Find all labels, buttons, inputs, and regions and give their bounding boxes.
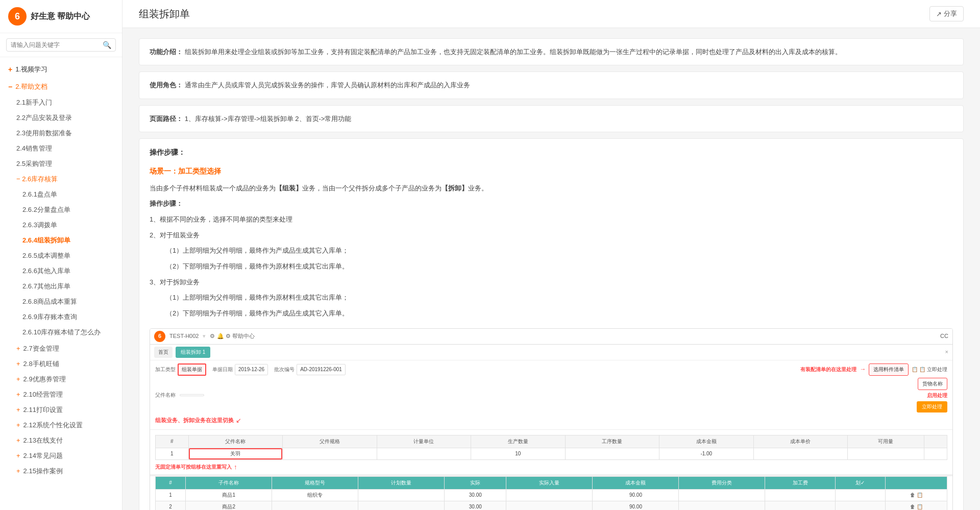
sidebar-item-sales[interactable]: 2.4销售管理 — [0, 141, 122, 156]
ss-process-btn: 立即处理 — [917, 401, 947, 412]
ss-sub-th-actual: 实际 — [445, 476, 506, 489]
ss-sub-td-fee2 — [765, 501, 835, 510]
sidebar-item-s7[interactable]: 2.6.7其他出库单 — [0, 279, 122, 294]
search-box: 🔍 — [6, 38, 116, 52]
sidebar-item-system[interactable]: +2.12系统个性化设置 — [0, 418, 122, 433]
path-block: 页面路径： 1、库存核算->库存管理->组装拆卸单 2、首页->常用功能 — [139, 105, 964, 132]
ss-td-spec — [283, 448, 377, 460]
ss-logo-icon: 6 — [154, 331, 165, 342]
sidebar-item-docs[interactable]: − 2.帮助文档 — [0, 79, 122, 95]
sidebar-item-coupon[interactable]: +2.9优惠券管理 — [0, 372, 122, 387]
ss-td-costprice — [753, 448, 847, 460]
role-label: 使用角色： — [150, 81, 183, 89]
ss-annotation-area3: 货物名称 启用处理 立即处理 — [917, 378, 947, 412]
ss-upper-table-area: # 父件名称 父件规格 计量单位 生产数量 工序数量 成本金额 成本单价 可用量 — [150, 430, 952, 460]
table-row: 1 关羽 10 -1.00 — [156, 448, 947, 460]
logo-icon: 6 — [8, 7, 27, 26]
ss-td-procqty — [565, 448, 659, 460]
ss-sub-td-cost2: 90.00 — [593, 501, 679, 510]
ss-th-ops — [924, 435, 947, 448]
ss-arrow4: ↑ — [234, 461, 237, 473]
logo-char: 6 — [15, 11, 20, 22]
ss-annotation3-text: 启用处理 — [927, 391, 947, 400]
ss-type-group: 加工类型 组装单据 — [155, 363, 206, 376]
nav-area: + 1.视频学习 − 2.帮助文档 2.1新手入门 2.2产品安装及登录 2.3… — [0, 57, 122, 510]
ss-th-proc-qty: 工序数量 — [565, 435, 659, 448]
step2: 2、对于组装业务 — [150, 229, 953, 242]
ss-batch-group: 批次编号 AD-20191226-001 — [274, 364, 346, 375]
screenshot-container: 6 TEST-H002 ▾ ⚙ 🔔 ⚙ 帮助中心 CC 首页 组装拆卸 1 × — [150, 328, 953, 510]
path-label: 页面路径： — [150, 115, 183, 123]
ss-td-unit — [377, 448, 471, 460]
main-content: 组装拆卸单 ↗ 分享 功能介绍： 组装拆卸单用来处理企业组装或拆卸等加工业务，支… — [122, 0, 980, 510]
content-area: 功能介绍： 组装拆卸单用来处理企业组装或拆卸等加工业务，支持有固定装配清单的产品… — [122, 28, 980, 510]
ss-tab-home: 首页 — [154, 347, 173, 358]
sidebar-item-cases[interactable]: +2.15操作案例 — [0, 464, 122, 479]
ss-sub-th-plan: 计划数量 — [358, 476, 445, 489]
sidebar-item-print[interactable]: +2.11打印设置 — [0, 402, 122, 418]
nav-section-video: + 1.视频学习 — [0, 61, 122, 78]
sidebar-item-s1[interactable]: 2.6.1盘点单 — [0, 187, 122, 202]
sidebar-item-pay[interactable]: +2.13在线支付 — [0, 433, 122, 448]
sidebar-item-newbie[interactable]: 2.1新手入门 — [0, 95, 122, 110]
ss-upper-table: # 父件名称 父件规格 计量单位 生产数量 工序数量 成本金额 成本单价 可用量 — [155, 435, 947, 460]
sidebar-item-s4[interactable]: 2.6.4组装拆卸单 — [0, 233, 122, 248]
steps-block: 操作步骤： 场景一：加工类型选择 当由多个子件材料组装成一个成品的业务为【组装】… — [139, 138, 964, 510]
ss-company: TEST-H002 — [169, 331, 199, 342]
ss-tabs: 首页 组装拆卸 1 × — [150, 345, 952, 360]
sidebar-item-label: 1.视频学习 — [15, 65, 47, 74]
sidebar-item-s8[interactable]: 2.6.8商品成本重算 — [0, 294, 122, 309]
path-text: 1、库存核算->库存管理->组装拆卸单 2、首页->常用功能 — [185, 115, 352, 123]
sidebar-item-video[interactable]: + 1.视频学习 — [0, 61, 122, 78]
sidebar-item-stock[interactable]: − 2.6库存核算 — [0, 172, 122, 187]
ss-tab-active: 组装拆卸 1 — [176, 347, 210, 358]
ss-sub-td-chk1 — [835, 489, 886, 501]
scene1-desc: 当由多个子件材料组装成一个成品的业务为【组装】业务，当由一个父件拆分成多个子产品… — [150, 182, 953, 195]
sidebar-item-mobile[interactable]: +2.8手机旺铺 — [0, 356, 122, 372]
ss-sub-th-actual-in: 实际入量 — [506, 476, 593, 489]
ss-sub-td-2: 2 — [156, 501, 186, 510]
share-label: 分享 — [944, 9, 957, 18]
ss-sub-th-spec: 规格型号 — [272, 476, 358, 489]
sidebar-item-s6[interactable]: 2.6.6其他入库单 — [0, 263, 122, 279]
ss-arrow2: ↙ — [236, 415, 241, 426]
ss-sub-td-name1: 商品1 — [186, 489, 272, 501]
ss-user: CC — [940, 331, 948, 342]
ss-sub-td-cat2 — [679, 501, 765, 510]
ss-topbar: 6 TEST-H002 ▾ ⚙ 🔔 ⚙ 帮助中心 CC — [150, 329, 952, 345]
sidebar-item-ops[interactable]: +2.10经营管理 — [0, 387, 122, 402]
ss-status-icons: ⚙ 🔔 ⚙ 帮助中心 — [210, 331, 254, 342]
ss-sub-th-check: 划✓ — [835, 476, 886, 489]
search-input[interactable] — [11, 41, 103, 48]
ss-th-cost-amt: 成本金额 — [659, 435, 753, 448]
sidebar-item-s3[interactable]: 2.6.3调拨单 — [0, 217, 122, 233]
step3: 3、对于拆卸业务 — [150, 276, 953, 289]
share-button[interactable]: ↗ 分享 — [929, 6, 964, 21]
sidebar-item-s9[interactable]: 2.6.9库存账本查询 — [0, 309, 122, 325]
search-icon[interactable]: 🔍 — [103, 41, 111, 49]
sidebar-item-s10[interactable]: 2.6.10库存账本错了怎么办 — [0, 325, 122, 340]
ss-sub-td-actual1: 30.00 — [445, 489, 506, 501]
ss-sub-th-cost: 成本金额 — [593, 476, 679, 489]
ss-annotation2-area: 组装业务、拆卸业务在这里切换 ↙ — [155, 415, 947, 426]
ss-sub-td-cat1 — [679, 489, 765, 501]
sidebar-item-label: 2.帮助文档 — [15, 82, 47, 91]
ss-annotation2-text: 组装业务、拆卸业务在这里切换 — [155, 416, 234, 426]
ss-sub-td-chk2 — [835, 501, 886, 510]
ss-form-header: 加工类型 组装单据 单据日期 2019-12-26 批次编号 AD-201912… — [150, 360, 952, 430]
ss-sub-th-fee: 加工费 — [765, 476, 835, 489]
sidebar-item-install[interactable]: 2.2产品安装及登录 — [0, 110, 122, 126]
search-area: 🔍 — [0, 33, 122, 57]
ss-goodsname-input — [180, 394, 204, 396]
sidebar-item-purchase[interactable]: 2.5采购管理 — [0, 156, 122, 172]
role-text: 通常由生产人员或库管人员完成拆装业务的操作，库管人员确认原材料的出库和产成品的入… — [185, 81, 470, 89]
scene1-title: 场景一：加工类型选择 — [150, 165, 953, 178]
steps-intro: 操作步骤： — [150, 198, 953, 210]
sidebar-item-s5[interactable]: 2.6.5成本调整单 — [0, 248, 122, 263]
sidebar-item-s2[interactable]: 2.6.2分量盘点单 — [0, 202, 122, 217]
ss-td-avail — [848, 448, 924, 460]
sidebar-item-prepare[interactable]: 2.3使用前数据准备 — [0, 126, 122, 141]
step3-sub1: （1）上部明细为父件明细，最终作为原材料生成其它出库单； — [166, 292, 953, 304]
sidebar-item-faq[interactable]: +2.14常见问题 — [0, 448, 122, 464]
sidebar-item-finance[interactable]: +2.7资金管理 — [0, 341, 122, 356]
